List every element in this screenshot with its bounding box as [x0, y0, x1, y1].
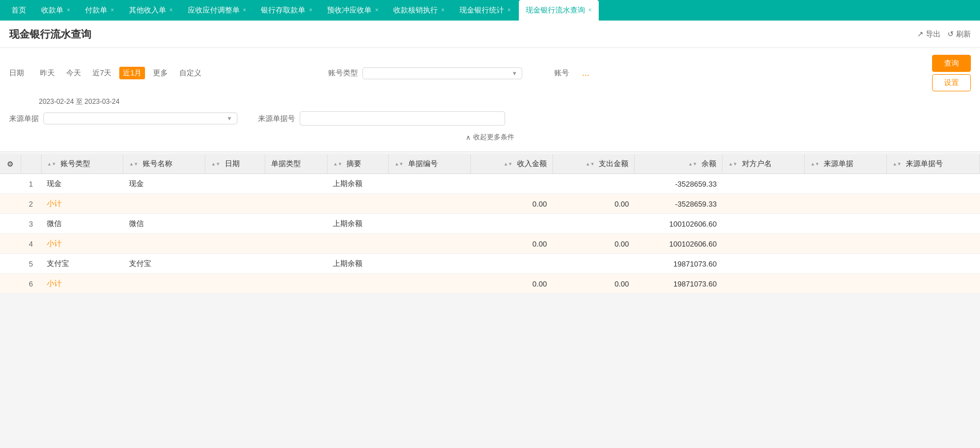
cell-date: [205, 234, 265, 254]
cell-account-type: 支付宝: [41, 254, 123, 274]
cell-doc-type: [265, 234, 328, 254]
nav-home[interactable]: 首页: [5, 0, 33, 21]
source-doc-arrow-icon: ▼: [227, 115, 232, 122]
cell-index: 4: [21, 234, 41, 254]
cell-account-name: 微信: [123, 214, 205, 234]
date-btn-today[interactable]: 今天: [63, 67, 84, 79]
col-account-type[interactable]: ▲▼ 账号类型: [41, 154, 123, 174]
cell-balance: -3528659.33: [635, 194, 723, 214]
cell-income: [470, 214, 552, 234]
cell-settings: [0, 214, 21, 234]
cell-balance: 19871073.60: [635, 274, 723, 294]
nav-receipt[interactable]: 收款单 ×: [34, 0, 77, 21]
col-account-name[interactable]: ▲▼ 账号名称: [123, 154, 205, 174]
nav-prepayment[interactable]: 预收冲应收单 ×: [320, 0, 385, 21]
date-btn-yesterday[interactable]: 昨天: [37, 67, 58, 79]
date-btn-1month[interactable]: 近1月: [119, 67, 145, 79]
col-settings[interactable]: ⚙: [0, 154, 21, 174]
table-row: 3微信微信上期余额100102606.60: [0, 214, 980, 234]
nav-payment[interactable]: 付款单 ×: [78, 0, 121, 21]
date-options: 昨天 今天 近7天 近1月 更多 自定义: [37, 67, 205, 79]
cell-summary: 上期余额: [327, 254, 388, 274]
cell-source-doc: [804, 274, 886, 294]
date-range-display: 2023-02-24 至 2023-03-24: [39, 97, 119, 107]
cell-income: 0.00: [470, 274, 552, 294]
close-receipt-icon[interactable]: ×: [67, 0, 70, 21]
sort-doc-no-icon: ▲▼: [394, 162, 404, 167]
close-receipt-exec-icon[interactable]: ×: [441, 0, 445, 21]
col-doc-no[interactable]: ▲▼ 单据编号: [389, 154, 471, 174]
close-ar-ap-icon[interactable]: ×: [243, 0, 247, 21]
source-doc-no-input[interactable]: [300, 111, 505, 126]
close-cash-flow-icon[interactable]: ×: [588, 0, 592, 21]
cell-date: [205, 254, 265, 274]
query-button[interactable]: 查询: [932, 55, 971, 72]
col-income[interactable]: ▲▼ 收入金额: [470, 154, 552, 174]
nav-cash-flow-query[interactable]: 现金银行流水查询 ×: [519, 0, 599, 21]
col-source-doc-no[interactable]: ▲▼ 来源单据号: [886, 154, 979, 174]
account-dots[interactable]: ...: [582, 68, 589, 78]
table-header-row: ⚙ ▲▼ 账号类型 ▲▼ 账号名称 ▲▼ 日期 单据类型: [0, 154, 980, 174]
col-counterparty[interactable]: ▲▼ 对方户名: [723, 154, 805, 174]
cell-balance: -3528659.33: [635, 174, 723, 194]
cell-date: [205, 174, 265, 194]
nav-ar-ap-adjust[interactable]: 应收应付调整单 ×: [181, 0, 253, 21]
cell-summary: [327, 194, 388, 214]
close-prepayment-icon[interactable]: ×: [375, 0, 378, 21]
table-row: 2小计0.000.00-3528659.33: [0, 194, 980, 214]
date-btn-more[interactable]: 更多: [150, 67, 171, 79]
collapse-button[interactable]: ∧ 收起更多条件: [9, 130, 971, 144]
cell-income: [470, 174, 552, 194]
cell-source-doc: [804, 174, 886, 194]
nav-other-income[interactable]: 其他收入单 ×: [122, 0, 180, 21]
cell-doc-no: [389, 174, 471, 194]
col-doc-type: 单据类型: [265, 154, 328, 174]
table-settings-icon[interactable]: ⚙: [7, 160, 14, 168]
close-cash-stats-icon[interactable]: ×: [507, 0, 511, 21]
cell-source-doc-no: [886, 274, 979, 294]
export-button[interactable]: ↗ 导出: [917, 29, 941, 39]
nav-receipt-exec[interactable]: 收款核销执行 ×: [386, 0, 451, 21]
header-actions: ↗ 导出 ↺ 刷新: [917, 29, 971, 39]
close-bank-deposit-icon[interactable]: ×: [309, 0, 312, 21]
col-summary[interactable]: ▲▼ 摘要: [327, 154, 388, 174]
page-header: 现金银行流水查询 ↗ 导出 ↺ 刷新: [0, 21, 980, 48]
cell-expense: [552, 214, 635, 234]
account-type-select[interactable]: ▼: [362, 67, 522, 79]
close-payment-icon[interactable]: ×: [111, 0, 114, 21]
source-doc-label: 来源单据: [9, 114, 39, 124]
nav-cash-bank-stats[interactable]: 现金银行统计 ×: [453, 0, 518, 21]
table-row: 6小计0.000.0019871073.60: [0, 274, 980, 294]
table-row: 4小计0.000.00100102606.60: [0, 234, 980, 254]
cell-doc-type: [265, 214, 328, 234]
cell-expense: 0.00: [552, 194, 635, 214]
cell-counterparty: [723, 194, 805, 214]
settings-button[interactable]: 设置: [932, 74, 971, 91]
col-expense[interactable]: ▲▼ 支出金额: [552, 154, 635, 174]
sort-income-icon: ▲▼: [503, 162, 513, 167]
cell-settings: [0, 174, 21, 194]
cell-doc-no: [389, 214, 471, 234]
cell-source-doc: [804, 254, 886, 274]
cell-account-type: 微信: [41, 214, 123, 234]
col-balance[interactable]: ▲▼ 余额: [635, 154, 723, 174]
cell-balance: 100102606.60: [635, 214, 723, 234]
col-source-doc[interactable]: ▲▼ 来源单据: [804, 154, 886, 174]
date-btn-custom[interactable]: 自定义: [176, 67, 205, 79]
nav-bank-deposit[interactable]: 银行存取款单 ×: [254, 0, 319, 21]
top-nav: 首页 收款单 × 付款单 × 其他收入单 × 应收应付调整单 × 银行存取款单 …: [0, 0, 980, 21]
date-btn-7days[interactable]: 近7天: [89, 67, 115, 79]
cell-balance: 19871073.60: [635, 254, 723, 274]
cell-counterparty: [723, 214, 805, 234]
close-other-income-icon[interactable]: ×: [170, 0, 173, 21]
cell-account-name: 支付宝: [123, 254, 205, 274]
cell-summary: 上期余额: [327, 174, 388, 194]
cell-doc-type: [265, 174, 328, 194]
account-label: 账号: [554, 68, 577, 78]
col-date[interactable]: ▲▼ 日期: [205, 154, 265, 174]
sort-account-type-icon: ▲▼: [47, 162, 57, 167]
cell-index: 1: [21, 174, 41, 194]
refresh-button[interactable]: ↺ 刷新: [947, 29, 971, 39]
cell-doc-type: [265, 254, 328, 274]
source-doc-select[interactable]: ▼: [43, 112, 237, 124]
